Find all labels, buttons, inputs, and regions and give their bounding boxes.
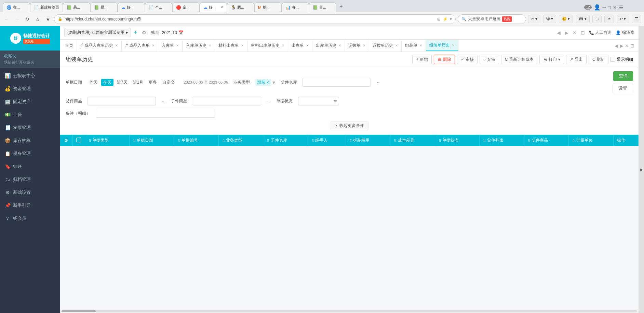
- cut-btn[interactable]: ✂ ▾: [528, 15, 540, 23]
- date-7days[interactable]: 近7天: [115, 79, 130, 86]
- tab-close-7[interactable]: ✕: [306, 44, 309, 47]
- tab-assembly[interactable]: 组装单 ✕: [402, 40, 426, 51]
- browser-tab-11[interactable]: 📗目...: [309, 2, 336, 12]
- user-info[interactable]: 👤 徐泽华: [616, 30, 634, 35]
- table-settings-col[interactable]: ⚙: [60, 135, 72, 146]
- tab-close-9[interactable]: ✕: [363, 44, 365, 47]
- tab-home[interactable]: 首页: [62, 40, 77, 51]
- add-btn[interactable]: + 新增: [412, 55, 431, 64]
- browser-tab-2[interactable]: 📄新建标签页: [30, 2, 63, 12]
- browser-tab-8[interactable]: 🐧腾...: [227, 2, 254, 12]
- sidebar-item-guide[interactable]: 📌 新手引导: [0, 199, 60, 212]
- close-tab-btn[interactable]: ✕: [573, 30, 577, 35]
- tab-close-2[interactable]: ✕: [152, 44, 155, 47]
- browser-tab-1[interactable]: 🌀在...: [3, 2, 30, 12]
- profile-icon[interactable]: 👤: [594, 4, 601, 11]
- tab-in-order[interactable]: 入库单 ✕: [158, 40, 183, 51]
- help-btn[interactable]: 📞 人工咨询: [589, 30, 612, 35]
- export-btn[interactable]: ↗ 导出: [566, 55, 587, 64]
- table-settings-icon[interactable]: ⚙: [64, 138, 68, 143]
- parent-goods-input[interactable]: [88, 97, 156, 105]
- bill-status-select[interactable]: [298, 97, 339, 105]
- parent-warehouse-ellipsis[interactable]: ···: [377, 80, 380, 85]
- browser-tab-4[interactable]: 📗易...: [90, 2, 118, 12]
- browser-tab-3[interactable]: 📗易...: [63, 2, 90, 12]
- undo-btn[interactable]: ↩ ▾: [617, 15, 629, 23]
- date-custom[interactable]: 自定义: [160, 79, 177, 86]
- tab-product-in[interactable]: 产成品入库单 ✕: [122, 40, 158, 51]
- date-today[interactable]: 今天: [101, 79, 113, 86]
- note-input[interactable]: [96, 109, 215, 118]
- tab-close-4[interactable]: ✕: [209, 44, 211, 47]
- qr-icon[interactable]: ⊞: [437, 17, 441, 22]
- close-all-tabs[interactable]: ✕: [625, 43, 629, 48]
- sidebar-item-member[interactable]: V 畅会员: [0, 212, 60, 225]
- settings-filter-btn[interactable]: 设置: [613, 84, 633, 93]
- tab-close-1[interactable]: ✕: [115, 44, 118, 47]
- tab-close-icon[interactable]: ✕: [220, 5, 223, 9]
- sidebar-item-funds[interactable]: 💰 资金管理: [0, 82, 60, 95]
- browser-tab-active[interactable]: ☁好...✕: [200, 2, 227, 12]
- scroll-thumb[interactable]: [62, 310, 96, 312]
- parent-goods-ellipsis[interactable]: ···: [162, 99, 165, 103]
- tab-material-out[interactable]: 材料出库单 ✕: [215, 40, 247, 51]
- fullscreen-btn[interactable]: ⊡: [581, 30, 585, 35]
- recalculate-btn[interactable]: C 重新计算成本: [501, 55, 537, 64]
- tab-out-history[interactable]: 出库单历史 ✕: [312, 40, 345, 51]
- table-check-col[interactable]: [72, 135, 85, 146]
- reload-btn[interactable]: ↻: [23, 15, 31, 23]
- home-btn[interactable]: ⌂: [33, 15, 42, 23]
- tab-close-3[interactable]: ✕: [176, 44, 179, 47]
- new-tab-btn[interactable]: +: [336, 2, 346, 11]
- browser-tab-7[interactable]: 🔴企...: [172, 2, 200, 12]
- grid-btn[interactable]: ⊞: [592, 15, 602, 23]
- game-btn[interactable]: 🎮 ▾: [576, 15, 590, 23]
- browser-search[interactable]: 🔍 大量安卓用户逃离 热搜: [458, 14, 526, 24]
- sidebar-item-assets[interactable]: 🏢 固定资产: [0, 95, 60, 108]
- abandon-btn[interactable]: ○ 弃审: [480, 55, 499, 64]
- col-child-warehouse[interactable]: ⇅ 子件仓库: [263, 135, 308, 146]
- emoji-btn[interactable]: 😊 ▾: [559, 15, 573, 23]
- refresh-btn[interactable]: C 刷新: [589, 55, 608, 64]
- company-selector[interactable]: (勿删勿禁用) 江西服宝测试专用 ▾: [64, 28, 131, 37]
- collapse-btn[interactable]: ∧ 收起更多条件: [331, 121, 368, 130]
- sidebar-item-reports[interactable]: 📊 云报表中心: [0, 69, 60, 82]
- tab-scroll-right[interactable]: ▶: [620, 43, 623, 48]
- delete-btn[interactable]: 🗑 删除: [434, 55, 455, 64]
- address-bar[interactable]: 🔒 https://cloud.chanjet.com/accounting/u…: [54, 14, 456, 24]
- col-cost-diff[interactable]: ⇅ 成本差异: [390, 135, 435, 146]
- col-unit[interactable]: ⇅ 计量单位: [569, 135, 613, 146]
- select-all-checkbox[interactable]: [76, 138, 81, 142]
- print-btn[interactable]: 🖨 打印 ▾: [539, 55, 564, 64]
- col-handler[interactable]: ⇅ 经手人: [308, 135, 346, 146]
- browser-tab-9[interactable]: M畅...: [254, 2, 282, 12]
- tab-menu-btn[interactable]: ⊡: [630, 43, 634, 48]
- date-yesterday[interactable]: 昨天: [88, 79, 100, 86]
- close-btn[interactable]: ✕: [613, 5, 617, 10]
- sidebar-item-settings[interactable]: ⚙ 基础设置: [0, 186, 60, 199]
- menu-btn[interactable]: ☰: [619, 5, 623, 10]
- sidebar-item-inventory[interactable]: 📦 库存核算: [0, 134, 60, 147]
- parent-warehouse-input[interactable]: [303, 78, 371, 87]
- browser-tab-10[interactable]: 📊各...: [282, 2, 309, 12]
- business-type-close[interactable]: ✕: [266, 81, 269, 84]
- col-disassemble-fee[interactable]: ⇅ 拆装费用: [346, 135, 390, 146]
- tab-out-order[interactable]: 出库单 ✕: [288, 40, 312, 51]
- tab-close-8[interactable]: ✕: [338, 44, 341, 47]
- bookmark-btn[interactable]: ★: [44, 15, 52, 23]
- collapse-sidebar-btn[interactable]: ◀: [557, 30, 561, 35]
- calendar-icon[interactable]: 📅: [178, 30, 184, 35]
- brightness-btn[interactable]: ☀: [604, 15, 614, 23]
- sidebar-item-archive[interactable]: 🗂 归档管理: [0, 173, 60, 186]
- right-panel-collapse[interactable]: ▶: [639, 26, 644, 313]
- child-goods-ellipsis[interactable]: ···: [267, 99, 271, 103]
- col-bill-type[interactable]: ⇅ 单据类型: [85, 135, 129, 146]
- browser-tab-5[interactable]: ☁好...: [118, 2, 145, 12]
- tab-product-in-history[interactable]: 产成品入库单历史 ✕: [77, 40, 122, 51]
- col-bill-no[interactable]: ⇅ 单据编号: [174, 135, 218, 146]
- col-parent-list[interactable]: ⇅ 父件列表: [480, 135, 524, 146]
- child-goods-input[interactable]: [193, 97, 261, 105]
- col-parent-goods[interactable]: ⇅ 父件商品: [524, 135, 568, 146]
- browser-tab-6[interactable]: 📄个...: [145, 2, 172, 12]
- sidebar-item-tax[interactable]: 📋 税务管理: [0, 147, 60, 160]
